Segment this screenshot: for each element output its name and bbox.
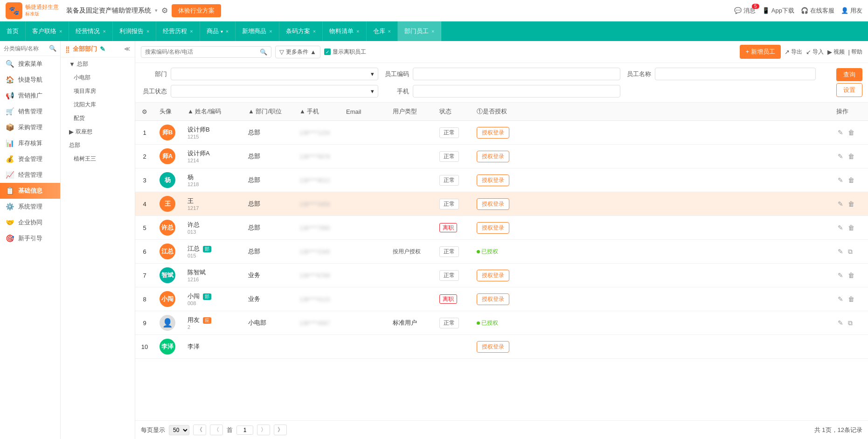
edit-icon[interactable]: ✎ — [838, 153, 843, 160]
message-icon-item[interactable]: 💬 消息 5 — [734, 7, 756, 15]
tab-customer[interactable]: 客户联络 × — [26, 21, 69, 41]
gear-button[interactable]: ⚙ — [161, 6, 168, 15]
col-name[interactable]: ▲ 姓名/编码 — [182, 103, 243, 121]
col-phone[interactable]: ▲ 手机 — [294, 103, 340, 121]
edit-icon[interactable]: ✎ — [838, 200, 843, 208]
query-button[interactable]: 查询 — [836, 68, 862, 81]
tab-add-goods[interactable]: 新增商品 × — [236, 21, 279, 41]
auth-login-button[interactable]: 授权登录 — [477, 127, 509, 139]
tab-history[interactable]: 经营历程 × — [156, 21, 200, 41]
sidebar-item-marketing[interactable]: 📢 营销推广 — [0, 88, 60, 104]
sidebar-item-search[interactable]: 🔍 搜索菜单 — [0, 56, 60, 72]
dept-item-peihuo[interactable]: 配货 — [61, 111, 135, 125]
close-icon[interactable]: × — [356, 28, 359, 34]
edit-icon[interactable]: ✎ — [838, 176, 843, 184]
auth-login-button[interactable]: 授权登录 — [477, 341, 509, 353]
edit-icon[interactable]: ✎ — [838, 224, 843, 231]
filter-dept-select[interactable]: ▾ — [171, 68, 378, 80]
dept-collapse-icon[interactable]: ≪ — [124, 46, 130, 52]
close-icon[interactable]: × — [269, 28, 272, 34]
edit-icon[interactable]: ✎ — [838, 248, 843, 255]
sidebar-item-quicknav[interactable]: 🏠 快捷导航 — [0, 72, 60, 88]
tab-materials[interactable]: 物料清单 × — [323, 21, 366, 41]
dept-item-zhishu[interactable]: 植树王三 — [61, 152, 135, 166]
auth-login-button[interactable]: 授权登录 — [477, 270, 509, 281]
filter-empname-input[interactable] — [655, 68, 816, 80]
auth-login-button[interactable]: 授权登录 — [477, 198, 509, 210]
delete-icon[interactable]: 🗑 — [848, 295, 854, 303]
dept-item-shuangzuoxiang[interactable]: ▶ 双座想 — [61, 125, 135, 139]
page-number-input[interactable] — [236, 425, 253, 435]
close-icon[interactable]: × — [103, 28, 105, 34]
dept-item-zongbu[interactable]: ▼ 总部 — [61, 57, 135, 71]
sidebar-item-finance[interactable]: 💰 资金管理 — [0, 151, 60, 167]
close-icon[interactable]: × — [313, 28, 316, 34]
filter-phone-input[interactable] — [413, 85, 620, 98]
app-download-item[interactable]: 📱 App下载 — [762, 7, 794, 15]
dept-item-shenyang[interactable]: 沈阳大库 — [61, 98, 135, 111]
col-dept[interactable]: ▲ 部门/职位 — [243, 103, 294, 121]
tab-goods[interactable]: 商品 ▾ × — [200, 21, 236, 41]
close-icon[interactable]: × — [388, 28, 391, 34]
delete-icon[interactable]: 🗑 — [848, 129, 854, 136]
delete-icon[interactable]: 🗑 — [848, 176, 854, 184]
close-icon[interactable]: × — [146, 28, 149, 34]
close-icon[interactable]: × — [190, 28, 193, 34]
copy-icon[interactable]: ⧉ — [848, 319, 853, 327]
delete-icon[interactable]: 🗑 — [848, 200, 854, 208]
filter-status-select[interactable]: ▾ — [171, 85, 378, 98]
search-input[interactable] — [145, 49, 258, 55]
auth-login-button[interactable]: 授权登录 — [477, 293, 509, 305]
sidebar-item-inventory[interactable]: 📊 库存核算 — [0, 135, 60, 151]
dept-item-zongbu2[interactable]: 总部 — [61, 139, 135, 152]
next-page-button[interactable]: 〉 — [257, 425, 270, 435]
auth-login-button[interactable]: 授权登录 — [477, 151, 509, 162]
system-dropdown-arrow[interactable]: ▾ — [155, 7, 158, 14]
edit-icon[interactable]: ✎ — [838, 295, 843, 303]
view-button[interactable]: ▶ 视频 — [827, 48, 845, 56]
per-page-select[interactable]: 50 — [169, 425, 189, 435]
tab-employees[interactable]: 部门员工 × — [398, 21, 441, 41]
edit-icon[interactable]: ✎ — [838, 319, 843, 327]
online-service-item[interactable]: 🎧 在线客服 — [801, 7, 834, 15]
tab-operation[interactable]: 经营情况 × — [69, 21, 112, 41]
set-button[interactable]: 设置 — [836, 83, 862, 97]
tab-barcode[interactable]: 条码方案 × — [279, 21, 323, 41]
tab-warehouse[interactable]: 仓库 × — [367, 21, 398, 41]
close-icon[interactable]: × — [59, 28, 62, 34]
edit-icon[interactable]: ✎ — [838, 129, 843, 136]
close-icon[interactable]: × — [226, 28, 229, 34]
show-resigned-toggle[interactable]: ✓ 显示离职员工 — [324, 48, 366, 56]
filter-more-btn[interactable]: ▽ 更多条件 ▲ — [275, 46, 320, 58]
help-button[interactable]: | 帮助 — [848, 48, 862, 56]
col-settings[interactable]: ⚙ — [135, 103, 154, 121]
delete-icon[interactable]: 🗑 — [848, 272, 854, 279]
filter-empcode-input[interactable] — [413, 68, 620, 80]
sidebar-item-sales[interactable]: 🛒 销售管理 — [0, 104, 60, 119]
sidebar-item-collab[interactable]: 🤝 企业协同 — [0, 215, 60, 230]
add-employee-button[interactable]: + 新增员工 — [740, 45, 780, 59]
sidebar-item-guide[interactable]: 🎯 新手引导 — [0, 230, 60, 246]
delete-icon[interactable]: 🗑 — [848, 153, 854, 160]
import-button[interactable]: ↙ 导入 — [806, 48, 824, 56]
last-page-button[interactable]: 》 — [274, 425, 287, 435]
edit-icon[interactable]: ✎ — [838, 272, 843, 279]
auth-login-button[interactable]: 授权登录 — [477, 174, 509, 186]
sidebar-item-purchase[interactable]: 📦 采购管理 — [0, 119, 60, 135]
dept-item-xiaodian[interactable]: 小电部 — [61, 71, 135, 84]
close-icon[interactable]: × — [431, 28, 434, 34]
sidebar-item-system[interactable]: ⚙️ 系统管理 — [0, 199, 60, 215]
first-page-button[interactable]: 《 — [193, 425, 206, 435]
tab-home[interactable]: 首页 — [0, 21, 26, 41]
sidebar-item-bizmanage[interactable]: 📈 经营管理 — [0, 167, 60, 183]
dept-item-xmkf[interactable]: 项目库房 — [61, 84, 135, 98]
trial-button[interactable]: 体验行业方案 — [172, 4, 221, 17]
tab-profit[interactable]: 利润报告 × — [113, 21, 156, 41]
sidebar-item-basic[interactable]: 📋 基础信息 — [0, 183, 60, 199]
user-item[interactable]: 👤 用友 — [841, 7, 862, 15]
sidebar-search-input[interactable] — [4, 45, 47, 52]
prev-page-button[interactable]: 〈 — [210, 425, 223, 435]
export-button[interactable]: ↗ 导出 — [785, 48, 802, 56]
delete-icon[interactable]: 🗑 — [848, 224, 854, 231]
auth-login-button[interactable]: 授权登录 — [477, 222, 509, 234]
